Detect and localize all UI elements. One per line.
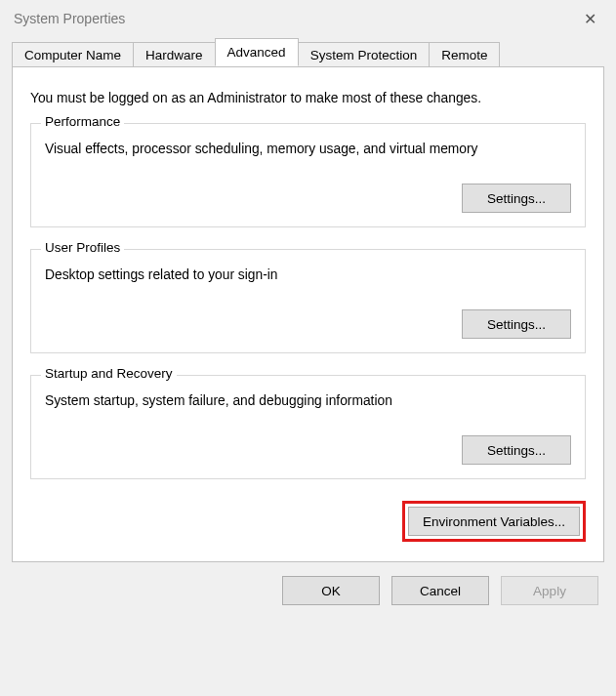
user-profiles-group: User Profiles Desktop settings related t… [30, 249, 586, 353]
tabs-container: Computer Name Hardware Advanced System P… [0, 37, 616, 562]
tab-remote[interactable]: Remote [429, 42, 500, 67]
apply-button[interactable]: Apply [501, 576, 598, 605]
environment-variables-row: Environment Variables... [30, 501, 586, 542]
tab-advanced[interactable]: Advanced [215, 38, 299, 66]
tab-hardware[interactable]: Hardware [133, 42, 216, 67]
startup-recovery-button-row: Settings... [45, 435, 571, 465]
user-profiles-button-row: Settings... [45, 309, 571, 339]
titlebar: System Properties ✕ [0, 0, 616, 37]
user-profiles-settings-button[interactable]: Settings... [462, 309, 571, 339]
startup-recovery-group-desc: System startup, system failure, and debu… [45, 393, 571, 408]
user-profiles-group-desc: Desktop settings related to your sign-in [45, 267, 571, 282]
window-title: System Properties [14, 11, 125, 26]
startup-recovery-group-title: Startup and Recovery [41, 366, 177, 381]
environment-variables-button[interactable]: Environment Variables... [408, 507, 580, 536]
tab-panel-advanced: You must be logged on as an Administrato… [12, 66, 604, 562]
close-icon[interactable]: ✕ [576, 6, 604, 32]
tab-computer-name[interactable]: Computer Name [12, 42, 134, 67]
startup-recovery-settings-button[interactable]: Settings... [462, 435, 571, 465]
dialog-button-row: OK Cancel Apply [0, 562, 616, 605]
environment-variables-highlight: Environment Variables... [402, 501, 586, 542]
startup-recovery-group: Startup and Recovery System startup, sys… [30, 375, 586, 479]
system-properties-window: System Properties ✕ Computer Name Hardwa… [0, 0, 616, 696]
performance-settings-button[interactable]: Settings... [462, 184, 571, 213]
performance-button-row: Settings... [45, 184, 571, 213]
admin-notice-text: You must be logged on as an Administrato… [30, 91, 586, 105]
tab-system-protection[interactable]: System Protection [298, 42, 431, 67]
performance-group-title: Performance [41, 114, 124, 129]
performance-group: Performance Visual effects, processor sc… [30, 123, 586, 227]
cancel-button[interactable]: Cancel [391, 576, 489, 605]
performance-group-desc: Visual effects, processor scheduling, me… [45, 142, 571, 156]
ok-button[interactable]: OK [282, 576, 380, 605]
user-profiles-group-title: User Profiles [41, 240, 124, 255]
tab-strip: Computer Name Hardware Advanced System P… [12, 37, 604, 66]
